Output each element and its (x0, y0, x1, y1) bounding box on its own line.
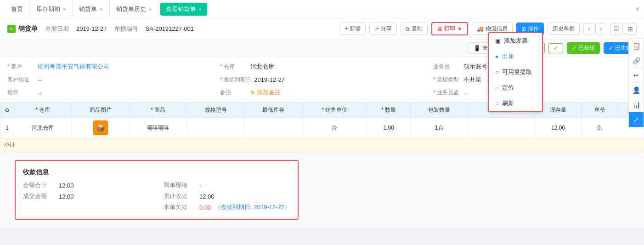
warehouse-label: 仓库 (220, 63, 248, 71)
row-image: 📦 (72, 118, 130, 138)
plus-icon: ⊕ (250, 89, 255, 96)
tab-bar: 首页 库存期初 × 销货单 × 销货单历史 × 查看销货单 × × (0, 0, 644, 18)
grid-view-btn[interactable]: ⊞ (624, 23, 637, 34)
col-min-stock: 最低库存 (245, 103, 303, 118)
list-view-btn[interactable]: ☰ (610, 23, 623, 34)
form-section: 客户 柳州粤港平安气体有限公司 仓库 河北仓库 业务员 演示账号 客户地址 --… (0, 57, 644, 103)
row-price: 0. (582, 118, 618, 138)
staff-value: 演示账号 (463, 63, 487, 71)
col-spec: 规格型号 (187, 103, 245, 118)
row-unit: 台 (302, 118, 367, 138)
view-btns: ☰ ⊞ (610, 23, 637, 34)
doc-title: ↩ 销货单 (7, 25, 38, 33)
add-invoice-icon: ▣ (495, 38, 500, 44)
current-due-row: 本单欠款 0.00 （收款到期日: 2019-12-27） (164, 203, 290, 211)
check-icon: ✓ (554, 45, 558, 51)
dropdown-item-refresh[interactable]: ○ 刷新 (489, 96, 542, 111)
doc-header: ↩ 销货单 单据日期 2019-12-27 单据编号 SA-20191227-0… (0, 18, 644, 40)
due-date-field: 收款到期日 2019-12-27 (220, 75, 424, 84)
refresh-icon: ○ (495, 100, 498, 107)
phone-icon: 📱 (474, 45, 480, 51)
sidebar-icon-clipboard[interactable]: 📋 (629, 39, 644, 53)
right-sidebar: 📋 🔗 ↩ 👤 📊 ⤢ (628, 38, 644, 127)
table-container: ⚙ * 仓库 商品图片 * 商品 规格型号 最低库存 * 销售单位 * 数量 包… (0, 103, 644, 153)
transaction-amount-label: 成交金额 (23, 192, 55, 200)
payment-title: 收款信息 (23, 168, 290, 177)
cumulative-receipt-value: 12.00 (199, 193, 215, 200)
salesperson-value: -- (463, 89, 468, 96)
payment-section: 收款信息 金额合计 12.00 同单现结 -- 成交金额 12.00 累计收款 … (15, 160, 299, 220)
invoice-type-label: 票据类型 (433, 76, 461, 84)
row-pkg-qty: 1台 (411, 118, 469, 138)
same-order-label: 同单现结 (164, 181, 196, 189)
payment-grid: 金额合计 12.00 同单现结 -- 成交金额 12.00 累计收款 12.00… (23, 181, 290, 211)
copy-button[interactable]: ⧉ 复制 (401, 23, 428, 35)
customer-value[interactable]: 柳州粤港平安气体有限公司 (38, 63, 109, 71)
sidebar-icon-expand[interactable]: ⤢ (629, 112, 644, 127)
ops-icon: ⊞ (521, 26, 526, 32)
dropdown-item-locate[interactable]: ○ 定位 (489, 80, 542, 96)
dropdown-item-outbound[interactable]: ● 出库 (489, 49, 542, 64)
col-quantity: * 数量 (367, 103, 411, 118)
col-product: * 商品 (130, 103, 187, 118)
col-warehouse: * 仓库 (14, 103, 72, 118)
dropdown-item-add-invoice[interactable]: ▣ 添加发票 (489, 33, 542, 49)
table-row: 1 河北仓库 📦 嘻嘻嘻嘻 台 1.00 1台 12.00 0. (0, 118, 644, 138)
check-button[interactable]: ✓ (548, 43, 563, 53)
subtotal-row: 小计 (0, 138, 644, 152)
invoice-type-value: 不开票 (463, 75, 481, 84)
tab-close-inventory[interactable]: × (63, 6, 66, 12)
doc-container: ↩ 销货单 单据日期 2019-12-27 单据编号 SA-20191227-0… (0, 18, 644, 227)
staff-label: 业务员 (433, 63, 461, 71)
locate-icon: ○ (495, 85, 498, 91)
main-close-button[interactable]: × (635, 5, 639, 13)
sidebar-icon-return[interactable]: ↩ (629, 68, 644, 83)
print-icon: 🖨 (437, 26, 442, 32)
tab-view-sales[interactable]: 查看销货单 × (160, 3, 207, 16)
amount-total-label: 金额合计 (23, 181, 55, 189)
tab-inventory[interactable]: 库存期初 × (30, 0, 73, 18)
row-available (468, 118, 535, 138)
sidebar-icon-link[interactable]: 🔗 (629, 53, 644, 68)
row-index: 1 (0, 118, 14, 138)
current-due-label: 本单欠款 (164, 203, 196, 211)
transaction-amount-value: 12.00 (59, 193, 74, 200)
col-settings[interactable]: ⚙ (0, 103, 14, 118)
project-label: 项目 (7, 89, 35, 97)
due-date-label: 收款到期日 (220, 76, 251, 84)
tab-close-view-sales[interactable]: × (198, 6, 201, 12)
sidebar-icon-user[interactable]: 👤 (629, 83, 644, 97)
note-label: 备注 (220, 89, 248, 97)
prev-arrow[interactable]: ‹ (583, 23, 594, 34)
due-date-note: （收款到期日: 2019-12-27） (215, 203, 290, 211)
available-qty-icon: ○ (495, 69, 498, 75)
row-spec (187, 118, 245, 138)
print-button[interactable]: 🖨 打印 ▼ (431, 22, 468, 35)
cumulative-receipt-row: 累计收款 12.00 (164, 192, 290, 200)
warehouse-field: 仓库 河北仓库 (220, 63, 424, 71)
transaction-amount-row: 成交金额 12.00 (23, 192, 150, 200)
nav-arrows: ‹ › (583, 23, 606, 34)
share-icon: ↗ (374, 26, 379, 32)
note-field: 备注 ⊕ 添加备注 (220, 88, 424, 97)
product-table: ⚙ * 仓库 商品图片 * 商品 规格型号 最低库存 * 销售单位 * 数量 包… (0, 103, 644, 152)
add-note-button[interactable]: ⊕ 添加备注 (250, 88, 281, 97)
next-arrow[interactable]: › (595, 23, 606, 34)
address-field: 客户地址 -- (7, 75, 211, 84)
tab-close-sales-history[interactable]: × (149, 6, 152, 12)
tab-close-sales[interactable]: × (100, 6, 102, 12)
row-product: 嘻嘻嘻嘻 (130, 118, 187, 138)
new-button[interactable]: + 新增 (340, 23, 366, 35)
tab-sales-history[interactable]: 销货单历史 × (110, 0, 158, 18)
amount-total-row: 金额合计 12.00 (23, 181, 150, 189)
tab-sales[interactable]: 销货单 × (73, 0, 109, 18)
same-order-value: -- (199, 182, 203, 189)
cancelled-button[interactable]: ✓ 已核销 (567, 42, 600, 54)
history-button[interactable]: 历史单据 (548, 23, 580, 35)
share-button[interactable]: ↗ 分享 (369, 23, 397, 35)
project-field: 项目 -- (7, 88, 211, 97)
tab-home[interactable]: 首页 (5, 0, 30, 18)
dropdown-item-available-qty[interactable]: ○ 可用量提取 (489, 64, 542, 80)
copy-icon: ⧉ (406, 26, 410, 32)
sidebar-icon-chart[interactable]: 📊 (629, 97, 644, 112)
